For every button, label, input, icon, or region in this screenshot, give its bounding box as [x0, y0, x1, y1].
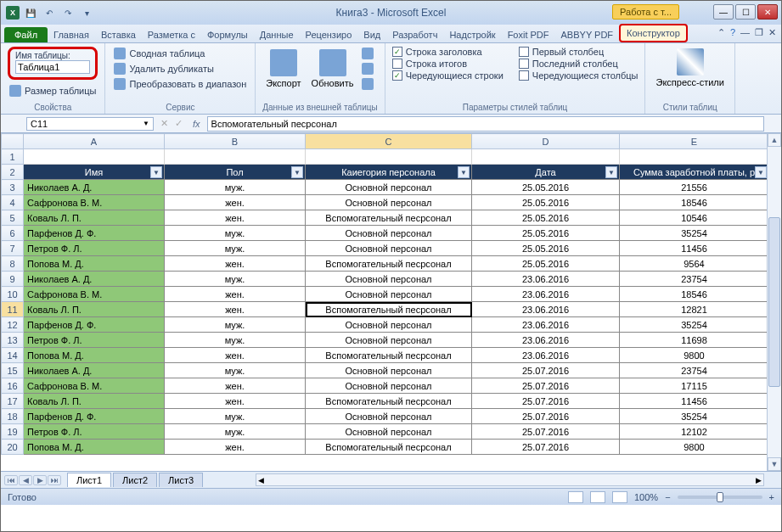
table-name-input[interactable] — [15, 60, 90, 74]
tab-file[interactable]: Файл — [4, 27, 48, 42]
table-cell[interactable]: 11456 — [620, 394, 769, 409]
tab-0[interactable]: Главная — [48, 27, 95, 42]
row-header-9[interactable]: 9 — [2, 272, 24, 287]
table-cell[interactable]: жен. — [165, 195, 306, 210]
tab-8[interactable]: Надстройк — [443, 27, 501, 42]
tab-9[interactable]: Foxit PDF — [502, 27, 555, 42]
sheet-nav-first-icon[interactable]: ⏮ — [4, 475, 18, 485]
table-cell[interactable]: муж. — [165, 226, 306, 241]
table-cell[interactable]: Основной персонал — [306, 272, 472, 287]
table-cell[interactable]: 23.06.2016 — [472, 348, 620, 363]
table-cell[interactable]: Основной персонал — [306, 363, 472, 378]
table-cell[interactable]: 25.05.2016 — [472, 256, 620, 272]
table-cell[interactable]: 12821 — [620, 302, 769, 317]
filter-dropdown-icon[interactable]: ▼ — [458, 166, 470, 178]
table-cell[interactable]: Основной персонал — [306, 287, 472, 302]
filter-dropdown-icon[interactable]: ▼ — [605, 166, 617, 178]
table-header-0[interactable]: Имя▼ — [24, 165, 165, 180]
tab-7[interactable]: Разработч — [386, 27, 443, 42]
table-cell[interactable]: Основной персонал — [306, 378, 472, 394]
confirm-formula-icon[interactable]: ✓ — [172, 118, 186, 129]
table-cell[interactable]: 25.05.2016 — [472, 241, 620, 256]
banded-rows-checkbox[interactable]: ✓Чередующиеся строки — [392, 70, 504, 81]
table-cell[interactable]: муж. — [165, 241, 306, 256]
row-header-16[interactable]: 16 — [2, 378, 24, 394]
column-header-E[interactable]: E — [620, 134, 769, 149]
table-cell[interactable]: Основной персонал — [306, 226, 472, 241]
row-header-8[interactable]: 8 — [2, 256, 24, 272]
table-cell[interactable]: Петров Ф. Л. — [24, 333, 165, 348]
table-cell[interactable]: 23.06.2016 — [472, 333, 620, 348]
table-cell[interactable]: 35254 — [620, 409, 769, 424]
table-cell[interactable]: жен. — [165, 210, 306, 226]
vertical-scrollbar[interactable]: ▲ ▼ — [767, 133, 781, 471]
minimize-button[interactable]: — — [713, 4, 734, 20]
table-cell[interactable]: Парфенов Д. Ф. — [24, 317, 165, 333]
table-cell[interactable]: Парфенов Д. Ф. — [24, 409, 165, 424]
table-cell[interactable]: Сафронова В. М. — [24, 287, 165, 302]
table-cell[interactable]: Коваль Л. П. — [24, 210, 165, 226]
row-header-19[interactable]: 19 — [2, 424, 24, 440]
row-header-13[interactable]: 13 — [2, 333, 24, 348]
workbook-close-icon[interactable]: ✕ — [768, 27, 776, 38]
header-row-checkbox[interactable]: ✓Строка заголовка — [392, 47, 504, 57]
tab-10[interactable]: ABBYY PDF — [555, 27, 620, 42]
remove-duplicates-button[interactable]: Удалить дубликаты — [112, 62, 248, 76]
tab-1[interactable]: Вставка — [95, 27, 142, 42]
table-cell[interactable]: 25.07.2016 — [472, 363, 620, 378]
cell[interactable] — [620, 149, 769, 165]
table-cell[interactable]: Сафронова В. М. — [24, 195, 165, 210]
scroll-left-icon[interactable]: ◀ — [256, 476, 266, 484]
scroll-thumb[interactable] — [768, 217, 780, 387]
scroll-down-icon[interactable]: ▼ — [768, 457, 781, 471]
table-cell[interactable]: 23754 — [620, 272, 769, 287]
close-button[interactable]: ✕ — [757, 4, 778, 20]
tab-constructor[interactable]: Конструктор — [619, 24, 688, 42]
table-cell[interactable]: Основной персонал — [306, 409, 472, 424]
table-cell[interactable]: 11456 — [620, 241, 769, 256]
table-cell[interactable]: 25.07.2016 — [472, 394, 620, 409]
table-cell[interactable]: жен. — [165, 256, 306, 272]
table-cell[interactable]: Вспомогательный песрсонал — [306, 348, 472, 363]
table-cell[interactable]: Вспомогательный песрсонал — [306, 440, 472, 455]
fx-icon[interactable]: fx — [186, 119, 207, 129]
table-cell[interactable]: муж. — [165, 317, 306, 333]
row-header-1[interactable]: 1 — [2, 149, 24, 165]
sheet-nav-last-icon[interactable]: ⏭ — [48, 475, 61, 485]
filter-dropdown-icon[interactable]: ▼ — [755, 166, 767, 178]
table-cell[interactable]: муж. — [165, 272, 306, 287]
sheet-tab-0[interactable]: Лист1 — [67, 473, 111, 487]
table-cell[interactable]: 18546 — [620, 195, 769, 210]
tab-4[interactable]: Данные — [254, 27, 300, 42]
last-column-checkbox[interactable]: Последний столбец — [519, 59, 639, 69]
zoom-out-button[interactable]: − — [665, 492, 670, 502]
table-cell[interactable]: 25.05.2016 — [472, 226, 620, 241]
table-cell[interactable]: Основной персонал — [306, 180, 472, 195]
row-header-10[interactable]: 10 — [2, 287, 24, 302]
export-button[interactable]: Экспорт — [262, 48, 304, 90]
page-layout-view-button[interactable] — [590, 491, 605, 503]
workbook-minimize-icon[interactable]: — — [740, 27, 750, 38]
table-cell[interactable]: жен. — [165, 287, 306, 302]
row-header-11[interactable]: 11 — [2, 302, 24, 317]
table-cell[interactable]: 23.06.2016 — [472, 302, 620, 317]
table-header-4[interactable]: Сумма заработной платы, р▼ — [620, 165, 769, 180]
row-header-18[interactable]: 18 — [2, 409, 24, 424]
table-cell[interactable]: 25.05.2016 — [472, 195, 620, 210]
table-cell[interactable]: Вспомогательный песрсонал — [306, 302, 472, 317]
table-cell[interactable]: 9800 — [620, 348, 769, 363]
table-cell[interactable]: жен. — [165, 348, 306, 363]
qat-customize-icon[interactable]: ▾ — [79, 5, 94, 20]
table-cell[interactable]: Парфенов Д. Ф. — [24, 226, 165, 241]
zoom-level[interactable]: 100% — [634, 492, 658, 502]
convert-to-range-button[interactable]: Преобразовать в диапазон — [112, 77, 248, 91]
first-column-checkbox[interactable]: Первый столбец — [519, 47, 639, 57]
spreadsheet-grid[interactable]: ABCDE12Имя▼Пол▼Каиегория персонала▼Дата▼… — [1, 133, 781, 471]
chevron-down-icon[interactable]: ▼ — [143, 120, 149, 127]
table-cell[interactable]: 25.07.2016 — [472, 440, 620, 455]
banded-columns-checkbox[interactable]: Чередующиеся столбцы — [519, 70, 639, 81]
table-cell[interactable]: жен. — [165, 378, 306, 394]
table-cell[interactable]: 18546 — [620, 287, 769, 302]
horizontal-scrollbar[interactable]: ◀ ▶ — [256, 473, 764, 486]
scroll-up-icon[interactable]: ▲ — [768, 133, 781, 147]
